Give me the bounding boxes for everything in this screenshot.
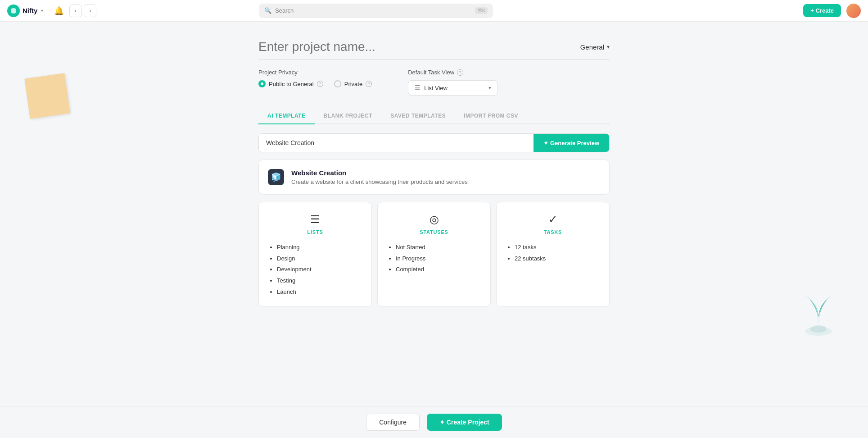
list-item: Design	[277, 253, 362, 265]
create-project-button[interactable]: ✦ Create Project	[427, 414, 502, 431]
taskview-selected: List View	[424, 85, 448, 91]
tasks-list: 12 tasks 22 subtasks	[506, 242, 600, 264]
sticky-note-decoration	[24, 73, 70, 119]
statuses-icon: ◎	[429, 213, 439, 226]
list-item: Completed	[396, 264, 481, 275]
tasks-title: TASKS	[506, 229, 600, 235]
search-input[interactable]	[275, 7, 471, 14]
privacy-row: Project Privacy Public to General ? Priv…	[258, 69, 610, 96]
list-item: Planning	[277, 242, 362, 253]
taskview-label: Default Task View ?	[408, 69, 498, 76]
plant-decoration	[796, 282, 841, 336]
public-option[interactable]: Public to General ?	[258, 80, 323, 87]
public-radio[interactable]	[258, 80, 266, 87]
list-view-icon: ☰	[415, 84, 420, 91]
workspace-selector[interactable]: General ▾	[580, 43, 610, 51]
avatar[interactable]	[846, 4, 861, 18]
lists-title: LISTS	[268, 229, 362, 235]
statuses-icon-area: ◎	[387, 213, 481, 226]
tab-import-csv[interactable]: IMPORT FROM CSV	[455, 108, 527, 124]
statuses-list: Not Started In Progress Completed	[387, 242, 481, 275]
privacy-section: Project Privacy Public to General ? Priv…	[258, 69, 372, 87]
tasks-icon-area: ✓	[506, 213, 600, 226]
bottom-bar: Configure ✦ Create Project	[0, 406, 868, 438]
list-item: Testing	[277, 275, 362, 287]
configure-button[interactable]: Configure	[366, 414, 420, 431]
lists-list: Planning Design Development Testing Laun…	[268, 242, 362, 297]
lists-icon-area: ☰	[268, 213, 362, 226]
svg-point-2	[810, 325, 827, 333]
project-name-input[interactable]	[258, 40, 580, 54]
public-label: Public to General	[269, 81, 314, 87]
private-radio[interactable]	[334, 80, 341, 87]
form-container: General ▾ Project Privacy Public to Gene…	[258, 40, 610, 318]
template-input-row: ✦ Generate Preview	[258, 133, 610, 152]
list-item: 22 subtasks	[515, 253, 600, 265]
back-button[interactable]: ‹	[69, 5, 82, 17]
statuses-title: STATUSES	[387, 229, 481, 235]
lists-column: ☰ LISTS Planning Design Development Test…	[258, 202, 372, 307]
nav-arrows: ‹ ›	[69, 5, 96, 17]
template-card-description: Create a website for a client showcasing…	[291, 178, 468, 185]
template-card-icon: 🧊	[268, 169, 284, 185]
main-content: General ▾ Project Privacy Public to Gene…	[0, 22, 868, 354]
forward-button[interactable]: ›	[84, 5, 96, 17]
workspace-label: General	[580, 43, 604, 51]
app-logo[interactable]: Nifty ▾	[7, 5, 43, 17]
privacy-options: Public to General ? Private ?	[258, 80, 372, 87]
topnav: Nifty ▾ 🔔 ‹ › 🔍 ⌘K + Create	[0, 0, 868, 22]
template-card: 🧊 Website Creation Create a website for …	[258, 160, 610, 195]
search-icon: 🔍	[264, 7, 271, 14]
tabs: AI TEMPLATE BLANK PROJECT SAVED TEMPLATE…	[258, 108, 610, 124]
taskview-inner: ☰ List View	[415, 84, 448, 91]
list-item: Development	[277, 264, 362, 275]
taskview-chevron-icon: ▾	[488, 85, 491, 91]
private-label: Private	[344, 81, 362, 87]
template-input[interactable]	[259, 134, 533, 152]
app-name: Nifty	[23, 7, 37, 14]
list-item: Not Started	[396, 242, 481, 253]
tasks-icon: ✓	[548, 213, 557, 226]
private-info-icon[interactable]: ?	[366, 81, 372, 87]
list-item: Launch	[277, 287, 362, 298]
workspace-chevron-icon: ▾	[607, 44, 610, 50]
taskview-dropdown[interactable]: ☰ List View ▾	[408, 80, 498, 96]
tab-blank-project[interactable]: BLANK PROJECT	[315, 108, 382, 124]
private-option[interactable]: Private ?	[334, 80, 372, 87]
tab-saved-templates[interactable]: SAVED TEMPLATES	[381, 108, 455, 124]
statuses-column: ◎ STATUSES Not Started In Progress Compl…	[377, 202, 491, 307]
taskview-info-icon[interactable]: ?	[457, 69, 463, 76]
columns-row: ☰ LISTS Planning Design Development Test…	[258, 202, 610, 307]
global-create-button[interactable]: + Create	[803, 4, 841, 17]
search-bar[interactable]: 🔍 ⌘K	[259, 4, 493, 18]
template-card-title: Website Creation	[291, 169, 468, 177]
list-item: 12 tasks	[515, 242, 600, 253]
template-card-text: Website Creation Create a website for a …	[291, 169, 468, 185]
public-info-icon[interactable]: ?	[317, 81, 323, 87]
lists-icon: ☰	[310, 213, 320, 226]
project-name-row: General ▾	[258, 40, 610, 60]
cube-icon: 🧊	[271, 172, 281, 182]
topnav-right: + Create	[803, 4, 861, 18]
generate-preview-button[interactable]: ✦ Generate Preview	[533, 134, 609, 152]
list-item: In Progress	[396, 253, 481, 265]
tasks-column: ✓ TASKS 12 tasks 22 subtasks	[496, 202, 610, 307]
app-chevron: ▾	[41, 8, 43, 13]
tab-ai-template[interactable]: AI TEMPLATE	[258, 108, 315, 124]
bell-icon[interactable]: 🔔	[54, 6, 64, 16]
privacy-label: Project Privacy	[258, 69, 372, 76]
search-shortcut: ⌘K	[475, 7, 488, 14]
taskview-section: Default Task View ? ☰ List View ▾	[408, 69, 498, 96]
